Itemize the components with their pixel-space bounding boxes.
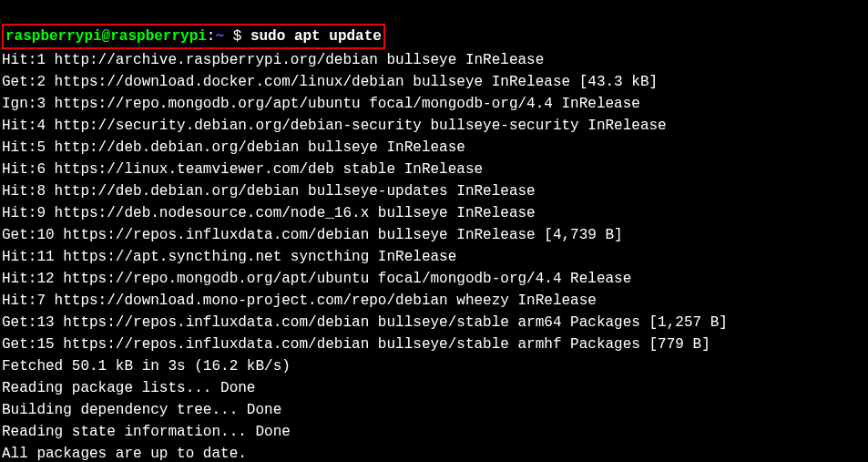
terminal-window[interactable]: raspberrypi@raspberrypi:~ $ sudo apt upd… (2, 2, 866, 462)
output-line: Get:2 https://download.docker.com/linux/… (2, 71, 866, 93)
output-line: Hit:6 https://linux.teamviewer.com/deb s… (2, 159, 866, 180)
output-line: Reading state information... Done (2, 421, 866, 443)
output-line: Hit:8 http://deb.debian.org/debian bulls… (2, 180, 866, 202)
output-line: All packages are up to date. (2, 443, 866, 462)
output-line: Reading package lists... Done (2, 377, 866, 399)
output-line: Building dependency tree... Done (2, 399, 866, 421)
prompt-highlight-box: raspberrypi@raspberrypi:~ $ sudo apt upd… (2, 24, 385, 49)
output-line: Hit:7 https://download.mono-project.com/… (2, 290, 866, 312)
command-input[interactable]: sudo apt update (250, 28, 382, 45)
output-line: Hit:12 https://repo.mongodb.org/apt/ubun… (2, 268, 866, 290)
output-line: Hit:5 http://deb.debian.org/debian bulls… (2, 137, 866, 159)
prompt-dollar: $ (224, 28, 250, 45)
output-line: Fetched 50.1 kB in 3s (16.2 kB/s) (2, 355, 866, 377)
output-line: Hit:4 http://security.debian.org/debian-… (2, 115, 866, 137)
output-line: Hit:11 https://apt.syncthing.net syncthi… (2, 246, 866, 268)
output-line: Get:13 https://repos.influxdata.com/debi… (2, 312, 866, 334)
output-line: Hit:9 https://deb.nodesource.com/node_16… (2, 202, 866, 224)
prompt-user-host: raspberrypi@raspberrypi (5, 28, 207, 45)
prompt-path: ~ (215, 28, 224, 45)
output-line: Get:15 https://repos.influxdata.com/debi… (2, 334, 866, 355)
output-line: Get:10 https://repos.influxdata.com/debi… (2, 224, 866, 246)
output-line: Hit:1 http://archive.raspberrypi.org/deb… (2, 49, 866, 71)
output-line: Ign:3 https://repo.mongodb.org/apt/ubunt… (2, 93, 866, 115)
prompt-colon: : (207, 28, 216, 45)
